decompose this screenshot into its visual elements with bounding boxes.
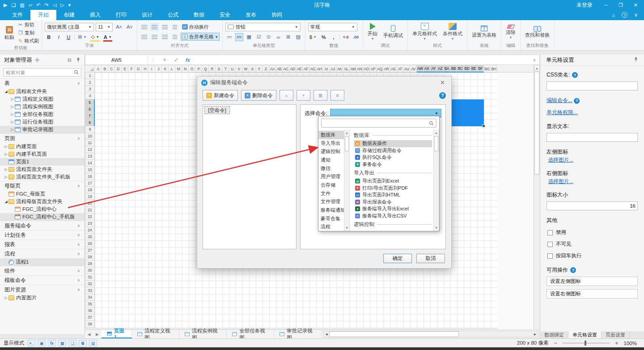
row-header-7[interactable]: 7 bbox=[85, 113, 95, 120]
row-header-29[interactable]: 29 bbox=[85, 260, 95, 267]
save-icon[interactable]: ▥ bbox=[20, 2, 24, 8]
tree-item-FGC_流程中心[interactable]: FGC_流程中心 bbox=[0, 205, 85, 213]
forward-icon[interactable]: ▷ bbox=[60, 2, 64, 8]
scroll-up-icon[interactable]: ▲ bbox=[435, 130, 438, 136]
chart-icon[interactable]: ▦ bbox=[58, 340, 66, 346]
checkbox-unchecked-icon[interactable] bbox=[547, 253, 553, 259]
command-item-导出页面到HTML[interactable]: <>导出页面到HTML bbox=[354, 192, 432, 199]
column-header-D[interactable]: D bbox=[115, 65, 122, 73]
category-导入导出[interactable]: 导入导出 bbox=[318, 139, 344, 148]
zoom-level[interactable]: 100% bbox=[624, 341, 637, 346]
row-header-8[interactable]: 8 bbox=[85, 120, 95, 126]
expander-collapsed-icon[interactable]: ▷ bbox=[10, 128, 15, 132]
column-header-G[interactable]: G bbox=[135, 65, 142, 73]
checkbox-row-禁用[interactable]: 禁用 bbox=[547, 229, 638, 236]
card-icon[interactable]: ▤ bbox=[89, 340, 97, 346]
scroll-up-icon[interactable]: ▲ bbox=[534, 65, 540, 71]
align-center-icon[interactable] bbox=[150, 33, 159, 41]
command-search-input[interactable] bbox=[324, 120, 427, 126]
column-header-AS[interactable]: AS bbox=[390, 65, 397, 73]
column-header-L[interactable]: L bbox=[169, 65, 175, 73]
select-left-image-link[interactable]: 选择图片... bbox=[548, 157, 573, 163]
operation-设置右侧图标[interactable]: 设置右侧图标 bbox=[547, 289, 638, 299]
checkbox-row-按回车执行[interactable]: 按回车执行 bbox=[547, 252, 638, 259]
tree-item-全部任务视图[interactable]: ▷全部任务视图 bbox=[0, 111, 85, 118]
ribbon-tab-打印[interactable]: 打印 bbox=[108, 10, 134, 20]
tree-item-内建手机页面[interactable]: ▷内建手机页面 bbox=[0, 150, 85, 158]
chevron-up-icon[interactable]: ∧ bbox=[77, 184, 80, 188]
tree-item-内建页面[interactable]: ▷内建页面 bbox=[0, 143, 85, 150]
formula-icon[interactable]: fx bbox=[48, 340, 56, 346]
column-header-C[interactable]: C bbox=[108, 65, 115, 73]
tree-item-流程定义视图[interactable]: ▷流程定义视图 bbox=[0, 95, 85, 103]
column-header-AF[interactable]: AF bbox=[303, 65, 309, 73]
align-top-icon[interactable] bbox=[140, 23, 148, 31]
categories-scrollbar[interactable]: ▲▼ bbox=[344, 130, 350, 231]
chevron-up-icon[interactable]: ∧ bbox=[77, 287, 80, 292]
cell-type-radio-icon[interactable]: ⊙ bbox=[265, 33, 273, 41]
decrease-font-icon[interactable]: A˅ bbox=[125, 23, 134, 31]
ribbon-tab-发布[interactable]: 发布 bbox=[238, 10, 264, 20]
expander-collapsed-icon[interactable]: ▷ bbox=[4, 152, 8, 156]
row-header-13[interactable]: 13 bbox=[85, 153, 95, 160]
tree-item-流程实例视图[interactable]: ▷流程实例视图 bbox=[0, 103, 85, 111]
copy-button[interactable]: ❐复制 bbox=[18, 30, 39, 36]
expander-collapsed-icon[interactable]: ▷ bbox=[4, 167, 8, 171]
zoom-out-icon[interactable]: − bbox=[554, 340, 557, 346]
cut-button[interactable]: ✂剪切 bbox=[18, 21, 39, 28]
sidebar-section-报表[interactable]: 报表∧ bbox=[0, 239, 85, 249]
command-item-执行SQL命令[interactable]: S执行SQL命令 bbox=[354, 154, 432, 161]
operation-设置左侧图标[interactable]: 设置左侧图标 bbox=[547, 277, 638, 286]
column-header-H[interactable]: H bbox=[142, 65, 148, 73]
select-right-image-link[interactable]: 选择图片... bbox=[548, 178, 573, 185]
expander-collapsed-icon[interactable]: ▷ bbox=[10, 97, 15, 101]
align-bottom-icon[interactable] bbox=[161, 23, 169, 31]
column-header-AN[interactable]: AN bbox=[356, 65, 363, 73]
column-header-AY[interactable]: AY bbox=[430, 65, 437, 73]
tree-item-流程1[interactable]: 流程1 bbox=[0, 258, 85, 266]
expander-collapsed-icon[interactable]: ▷ bbox=[4, 296, 8, 300]
chevron-up-icon[interactable]: ∧ bbox=[77, 81, 80, 85]
row-header-9[interactable]: 9 bbox=[85, 126, 95, 133]
sheet-tab-全部任务视图[interactable]: 全部任务视图 bbox=[227, 330, 274, 338]
decrease-indent-icon[interactable] bbox=[171, 23, 179, 31]
collapse-ribbon-icon[interactable]: ∨ bbox=[634, 12, 638, 18]
row-header-34[interactable]: 34 bbox=[85, 294, 95, 301]
sidebar-section-母版页[interactable]: 母版页∧ bbox=[0, 181, 85, 190]
tree-item-页面1[interactable]: 页面1 bbox=[0, 158, 85, 166]
help-icon[interactable]: ? bbox=[572, 72, 578, 78]
column-header-N[interactable]: N bbox=[182, 65, 189, 73]
chevron-up-icon[interactable]: ∧ bbox=[77, 233, 80, 237]
sheet-tab-流程定义视图[interactable]: 流程定义视图 bbox=[132, 330, 179, 338]
increase-decimal-button[interactable]: +.0 bbox=[342, 33, 350, 41]
column-header-AU[interactable]: AU bbox=[403, 65, 410, 73]
column-header-Q[interactable]: Q bbox=[202, 65, 209, 73]
terminal-icon[interactable]: >_ bbox=[27, 340, 35, 346]
row-header-19[interactable]: 19 bbox=[85, 193, 95, 200]
preview-icon[interactable]: ▣ bbox=[38, 340, 46, 346]
column-header-E[interactable]: E bbox=[122, 65, 128, 73]
row-header-33[interactable]: 33 bbox=[85, 287, 95, 294]
gear-icon[interactable] bbox=[34, 57, 40, 63]
zoom-in-icon[interactable]: + bbox=[615, 340, 619, 346]
merge-cells-button[interactable]: ⊞合并单元格▼ bbox=[181, 33, 220, 41]
tree-item-FGC_流程中心_手机版[interactable]: FGC_流程中心_手机版 bbox=[0, 213, 85, 221]
help-icon[interactable]: ? bbox=[622, 12, 627, 18]
column-header-K[interactable]: K bbox=[162, 65, 169, 73]
checkbox-unchecked-icon[interactable] bbox=[547, 230, 553, 235]
scroll-down-icon[interactable]: ▼ bbox=[346, 225, 348, 231]
ribbon-tab-数据[interactable]: 数据 bbox=[186, 10, 212, 20]
format-painter-button[interactable]: ✎格式刷 bbox=[18, 38, 39, 44]
row-header-35[interactable]: 35 bbox=[85, 301, 95, 307]
sidebar-section-图片资源[interactable]: 图片资源∧ bbox=[0, 285, 85, 294]
command-item-导出报表命令[interactable]: ▥导出报表命令 bbox=[354, 199, 432, 206]
column-header-AO[interactable]: AO bbox=[363, 65, 370, 73]
column-header-Y[interactable]: Y bbox=[256, 65, 263, 73]
redo-icon[interactable]: ↷ bbox=[44, 2, 48, 8]
delete-command-button[interactable]: ×删除命令 bbox=[241, 90, 276, 101]
column-header-AA[interactable]: AA bbox=[269, 65, 276, 73]
column-header-X[interactable]: X bbox=[249, 65, 256, 73]
css-class-input[interactable] bbox=[547, 81, 638, 90]
move-up-button[interactable]: ▲ bbox=[280, 90, 293, 101]
expander-collapsed-icon[interactable]: ▷ bbox=[4, 175, 8, 179]
